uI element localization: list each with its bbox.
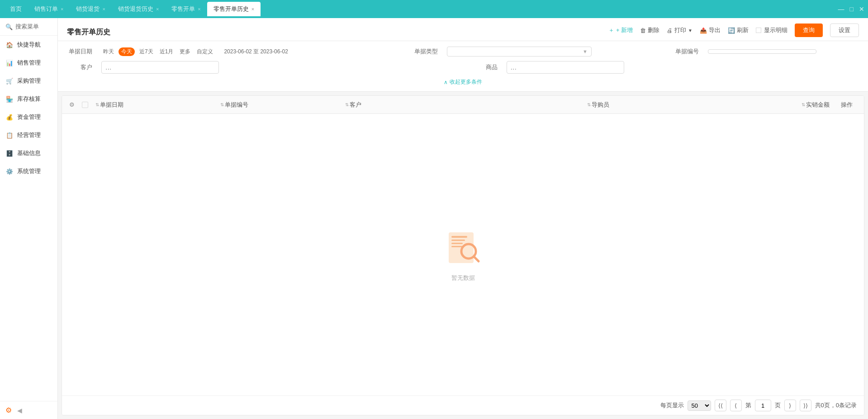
sidebar-item-quick-nav-label: 快捷导航 — [17, 41, 41, 49]
customer-input[interactable]: ... — [101, 61, 219, 74]
collapse-sidebar-icon[interactable]: ◀ — [17, 407, 22, 414]
sidebar-item-purchase-label: 采购管理 — [17, 77, 41, 85]
export-icon: 📤 — [700, 27, 707, 34]
type-select-arrow: ▼ — [583, 49, 588, 54]
inventory-icon: 🏪 — [5, 95, 14, 103]
date-today[interactable]: 今天 — [119, 47, 135, 56]
product-input[interactable]: ... — [507, 61, 624, 74]
customer-dots: ... — [105, 63, 111, 71]
settings-icon[interactable]: ⚙ — [5, 406, 12, 414]
window-controls: — □ ✕ — [838, 5, 864, 13]
tab-sales-return-close[interactable]: × — [102, 6, 105, 12]
date-yesterday[interactable]: 昨天 — [101, 47, 116, 56]
date-7days[interactable]: 近7天 — [138, 47, 155, 56]
collapse-label: 收起更多条件 — [450, 78, 482, 86]
maximize-icon[interactable]: □ — [850, 5, 854, 13]
table-select-all[interactable] — [78, 102, 92, 108]
checkbox-detail — [756, 28, 761, 33]
tab-sales-return-history-close[interactable]: × — [156, 6, 159, 12]
finance-icon: 💰 — [5, 113, 14, 121]
sidebar-item-finance[interactable]: 💰 资金管理 — [0, 108, 57, 126]
date-custom[interactable]: 自定义 — [195, 47, 215, 56]
tab-home[interactable]: 首页 — [4, 2, 28, 16]
content-area: 零售开单历史 ＋ + 新增 🗑 删除 🖨 打印 ▼ 📤 导出 — [58, 18, 868, 419]
tab-sales-order[interactable]: 销售订单 × — [28, 2, 70, 16]
tab-sales-return-history-label: 销货退货历史 — [118, 5, 153, 13]
table-settings-icon[interactable]: ⚙ — [66, 101, 78, 108]
page-size-select[interactable]: 50 10 20 100 — [688, 400, 711, 411]
sort-number-icon[interactable]: ⇅ — [220, 102, 224, 107]
page-title: 零售开单历史 — [67, 28, 110, 37]
add-button[interactable]: ＋ + 新增 — [608, 26, 633, 34]
date-more[interactable]: 更多 — [178, 47, 192, 56]
sidebar-search[interactable]: 🔍 搜索菜单 — [0, 18, 57, 36]
collapse-more-btn[interactable]: ∧ 收起更多条件 — [67, 78, 859, 86]
product-dots: ... — [511, 63, 517, 71]
page-next-btn[interactable]: ⟩ — [784, 400, 796, 411]
number-label: 单据编号 — [674, 47, 699, 56]
sidebar: 🔍 搜索菜单 🏠 快捷导航 📊 销售管理 🛒 采购管理 🏪 库存核算 💰 资金管… — [0, 18, 58, 419]
sidebar-item-basic-label: 基础信息 — [17, 149, 41, 157]
close-icon[interactable]: ✕ — [859, 5, 864, 13]
home-icon: 🏠 — [5, 41, 14, 49]
th-customer: ⇅ 客户 — [342, 101, 584, 109]
sidebar-item-basic[interactable]: 🗄️ 基础信息 — [0, 144, 57, 162]
sort-date-icon[interactable]: ⇅ — [95, 102, 99, 107]
add-icon: ＋ — [608, 26, 614, 34]
sort-amount-icon[interactable]: ⇅ — [802, 102, 805, 107]
tab-retail-open-label: 零售开单 — [171, 5, 195, 13]
main-layout: 🔍 搜索菜单 🏠 快捷导航 📊 销售管理 🛒 采购管理 🏪 库存核算 💰 资金管… — [0, 18, 868, 419]
sidebar-item-system[interactable]: ⚙️ 系统管理 — [0, 162, 57, 180]
tab-retail-open-close[interactable]: × — [198, 6, 200, 12]
type-select[interactable]: ▼ — [447, 47, 592, 56]
delete-button[interactable]: 🗑 删除 — [640, 26, 659, 34]
date-range-text: 2023-06-02 至 2023-06-02 — [224, 48, 288, 56]
tab-sales-order-close[interactable]: × — [61, 6, 63, 12]
setting-button[interactable]: 设置 — [830, 24, 859, 37]
page-header: 零售开单历史 ＋ + 新增 🗑 删除 🖨 打印 ▼ 📤 导出 — [58, 18, 868, 41]
type-label: 单据类型 — [413, 47, 438, 56]
customer-label: 客户 — [67, 63, 92, 71]
top-tabbar: 首页 销售订单 × 销货退货 × 销货退货历史 × 零售开单 × 零售开单历史 … — [0, 0, 868, 18]
sidebar-item-quick-nav[interactable]: 🏠 快捷导航 — [0, 36, 57, 54]
th-number: ⇅ 单据编号 — [217, 101, 342, 109]
number-input[interactable] — [708, 49, 816, 54]
tab-retail-open[interactable]: 零售开单 × — [165, 2, 207, 16]
select-all-checkbox[interactable] — [82, 102, 88, 108]
page-first-btn[interactable]: ⟨⟨ — [715, 400, 726, 411]
pagination: 每页显示 50 10 20 100 ⟨⟨ ⟨ 第 1 页 ⟩ ⟩⟩ 共0页，0条… — [62, 395, 864, 415]
refresh-button[interactable]: 🔄 刷新 — [728, 26, 749, 34]
print-button[interactable]: 🖨 打印 ▼ — [667, 26, 693, 34]
operation-icon: 📋 — [5, 131, 14, 139]
export-button[interactable]: 📤 导出 — [700, 26, 721, 34]
tab-sales-return[interactable]: 销货退货 × — [70, 2, 111, 16]
sidebar-item-inventory[interactable]: 🏪 库存核算 — [0, 90, 57, 108]
sidebar-item-purchase[interactable]: 🛒 采购管理 — [0, 72, 57, 90]
tab-sales-return-history[interactable]: 销货退货历史 × — [112, 2, 165, 16]
query-button[interactable]: 查询 — [795, 24, 823, 37]
filter-row-2: 客户 ... 商品 ... — [67, 61, 859, 74]
page-last-btn[interactable]: ⟩⟩ — [800, 400, 811, 411]
collapse-icon: ∧ — [444, 79, 448, 85]
sort-customer-icon[interactable]: ⇅ — [345, 102, 349, 107]
date-1month[interactable]: 近1月 — [158, 47, 175, 56]
tab-retail-open-history[interactable]: 零售开单历史 × — [207, 2, 261, 16]
show-detail-button[interactable]: 显示明细 — [756, 26, 787, 34]
empty-illustration — [441, 228, 486, 268]
print-icon: 🖨 — [667, 27, 673, 34]
sort-guide-icon[interactable]: ⇅ — [587, 102, 591, 107]
purchase-icon: 🛒 — [5, 77, 14, 85]
sidebar-item-finance-label: 资金管理 — [17, 113, 41, 121]
svg-rect-2 — [451, 240, 465, 241]
page-prev-btn[interactable]: ⟨ — [730, 400, 742, 411]
table-header: ⚙ ⇅ 单据日期 ⇅ 单据编号 ⇅ 客户 ⇅ 导购员 — [62, 96, 864, 114]
minimize-icon[interactable]: — — [838, 5, 844, 13]
sidebar-item-inventory-label: 库存核算 — [17, 95, 41, 103]
sidebar-item-sales[interactable]: 📊 销售管理 — [0, 54, 57, 72]
tab-retail-open-history-label: 零售开单历史 — [213, 5, 249, 13]
tab-retail-open-history-close[interactable]: × — [251, 6, 254, 12]
date-shortcuts: 昨天 今天 近7天 近1月 更多 自定义 — [101, 47, 215, 56]
sidebar-bottom: ⚙ ◀ — [0, 401, 57, 419]
page-input[interactable]: 1 — [755, 400, 771, 411]
sidebar-item-operation[interactable]: 📋 经营管理 — [0, 126, 57, 144]
